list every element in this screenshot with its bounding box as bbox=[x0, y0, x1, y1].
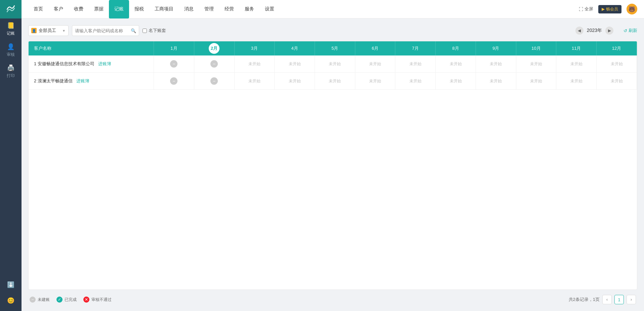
status-apr-2: 未开始 bbox=[275, 73, 315, 90]
col-header-client: 客户名称 bbox=[29, 41, 154, 55]
nav-invoice[interactable]: 票据 bbox=[89, 0, 109, 18]
pagination: 共2条记录，1页 ‹ 1 › bbox=[569, 295, 636, 304]
total-records: 共2条记录，1页 bbox=[569, 297, 600, 303]
status-aug-2: 未开始 bbox=[436, 73, 476, 90]
status-not-started: 未开始 bbox=[329, 62, 341, 66]
sidebar-item-print[interactable]: 🖨️ 打印 bbox=[0, 61, 22, 82]
vip-button[interactable]: ▶ 畅会员 bbox=[598, 5, 621, 13]
status-sep-1: 未开始 bbox=[476, 55, 516, 73]
col-header-dec: 12月 bbox=[597, 41, 637, 55]
status-mar-1: 未开始 bbox=[234, 55, 275, 73]
nav-operation[interactable]: 经营 bbox=[219, 0, 239, 18]
status-dec-1: 未开始 bbox=[597, 55, 637, 73]
employee-select[interactable]: 👤 全部员工 ▼ bbox=[28, 25, 69, 36]
status-not-started: 未开始 bbox=[530, 62, 542, 66]
col-header-sep: 9月 bbox=[476, 41, 516, 55]
legend-not-built-icon: − bbox=[30, 297, 36, 303]
support-icon: 😊 bbox=[7, 297, 14, 304]
nav-home[interactable]: 首页 bbox=[28, 0, 48, 18]
search-input[interactable] bbox=[75, 28, 129, 33]
nav-tax[interactable]: 报税 bbox=[129, 0, 149, 18]
sidebar: 📒 记账 👤 审核 🖨️ 打印 ⬇️ 😊 bbox=[0, 0, 22, 311]
prev-year-button[interactable]: ◀ bbox=[575, 27, 583, 35]
entry-link-1[interactable]: 进账簿 bbox=[98, 61, 111, 66]
status-not-started: 未开始 bbox=[329, 79, 341, 83]
fullscreen-icon: ⛶ bbox=[579, 7, 583, 12]
table-scroll[interactable]: 客户名称 1月 2月 3月 4月 5月 6月 7月 8月 9月 bbox=[29, 41, 637, 289]
col-header-jul: 7月 bbox=[395, 41, 436, 55]
client-index-1: 1 bbox=[34, 61, 38, 66]
sidebar-logo[interactable] bbox=[0, 0, 22, 18]
sidebar-item-download[interactable]: ⬇️ bbox=[0, 278, 22, 292]
status-not-started: 未开始 bbox=[409, 79, 421, 83]
nav-service[interactable]: 服务 bbox=[239, 0, 259, 18]
status-minus-icon: − bbox=[170, 60, 177, 68]
current-page: 1 bbox=[614, 295, 624, 304]
sidebar-item-bookkeeping-label: 记账 bbox=[7, 31, 15, 36]
status-dec-2: 未开始 bbox=[597, 73, 637, 90]
status-not-started: 未开始 bbox=[490, 62, 502, 66]
sidebar-item-support[interactable]: 😊 bbox=[0, 294, 22, 308]
status-nov-2: 未开始 bbox=[556, 73, 597, 90]
status-not-started: 未开始 bbox=[530, 79, 542, 83]
client-index-2: 2 bbox=[34, 78, 38, 83]
status-not-started: 未开始 bbox=[248, 79, 260, 83]
entry-link-2[interactable]: 进账簿 bbox=[76, 78, 89, 83]
col-header-jun: 6月 bbox=[355, 41, 395, 55]
status-mar-2: 未开始 bbox=[234, 73, 275, 90]
refresh-button[interactable]: ↺ 刷新 bbox=[623, 28, 637, 34]
status-jan-1: − bbox=[154, 55, 194, 73]
nav-message[interactable]: 消息 bbox=[179, 0, 199, 18]
status-oct-1: 未开始 bbox=[516, 55, 556, 73]
audit-icon: 👤 bbox=[7, 43, 14, 50]
nav-business[interactable]: 工商项目 bbox=[149, 0, 179, 18]
download-icon: ⬇️ bbox=[7, 281, 14, 288]
bookkeeping-icon: 📒 bbox=[7, 22, 14, 29]
next-page-button[interactable]: › bbox=[627, 295, 636, 304]
account-filter-checkbox[interactable]: 名下账套 bbox=[143, 28, 166, 34]
status-jul-1: 未开始 bbox=[395, 55, 436, 73]
account-filter-checkbox-input[interactable] bbox=[143, 29, 147, 33]
legend-completed-icon: ✓ bbox=[56, 297, 63, 303]
nav-billing[interactable]: 收费 bbox=[69, 0, 89, 18]
sidebar-item-bookkeeping[interactable]: 📒 记账 bbox=[0, 18, 22, 40]
refresh-icon: ↺ bbox=[623, 28, 627, 33]
status-apr-1: 未开始 bbox=[275, 55, 315, 73]
status-not-started: 未开始 bbox=[611, 62, 623, 66]
content: 👤 全部员工 ▼ 🔍 名下账套 ◀ 2023年 ▶ ↺ 刷新 bbox=[22, 18, 644, 311]
account-filter-label: 名下账套 bbox=[149, 28, 166, 34]
fullscreen-button[interactable]: ⛶ 全屏 bbox=[579, 6, 593, 12]
status-jan-2: − bbox=[154, 73, 194, 90]
status-sep-2: 未开始 bbox=[476, 73, 516, 90]
sidebar-item-print-label: 打印 bbox=[7, 73, 15, 79]
col-header-apr: 4月 bbox=[275, 41, 315, 55]
status-not-started: 未开始 bbox=[369, 79, 381, 83]
nav-client[interactable]: 客户 bbox=[48, 0, 69, 18]
prev-page-button[interactable]: ‹ bbox=[602, 295, 612, 304]
avatar[interactable]: 🐻 bbox=[627, 4, 637, 14]
legend-completed: ✓ 已完成 bbox=[56, 297, 77, 303]
toolbar: 👤 全部员工 ▼ 🔍 名下账套 ◀ 2023年 ▶ ↺ 刷新 bbox=[28, 25, 637, 36]
status-not-started: 未开始 bbox=[490, 79, 502, 83]
print-icon: 🖨️ bbox=[7, 64, 14, 72]
status-feb-2: − bbox=[194, 73, 234, 90]
table-row: 1 安徽畅捷通信息技术有限公司 进账簿 − − 未开始 未开始 未开始 未开始 … bbox=[29, 55, 637, 73]
status-aug-1: 未开始 bbox=[436, 55, 476, 73]
next-year-button[interactable]: ▶ bbox=[605, 27, 613, 35]
legend-rejected: ✕ 审核不通过 bbox=[83, 297, 112, 303]
refresh-label: 刷新 bbox=[629, 28, 637, 34]
status-may-1: 未开始 bbox=[315, 55, 355, 73]
status-not-started: 未开始 bbox=[611, 79, 623, 83]
client-name-1: 安徽畅捷通信息技术有限公司 bbox=[38, 61, 94, 66]
employee-icon: 👤 bbox=[31, 28, 37, 33]
nav-manage[interactable]: 管理 bbox=[199, 0, 219, 18]
nav-bookkeeping[interactable]: 记账 bbox=[109, 0, 129, 18]
col-header-mar: 3月 bbox=[234, 41, 275, 55]
client-cell-1: 1 安徽畅捷通信息技术有限公司 进账簿 bbox=[29, 55, 154, 73]
nav-settings[interactable]: 设置 bbox=[259, 0, 280, 18]
status-not-started: 未开始 bbox=[450, 79, 462, 83]
sidebar-item-audit[interactable]: 👤 审核 bbox=[0, 40, 22, 61]
data-table: 客户名称 1月 2月 3月 4月 5月 6月 7月 8月 9月 bbox=[28, 41, 637, 290]
search-icon[interactable]: 🔍 bbox=[131, 28, 136, 33]
col-header-oct: 10月 bbox=[516, 41, 556, 55]
